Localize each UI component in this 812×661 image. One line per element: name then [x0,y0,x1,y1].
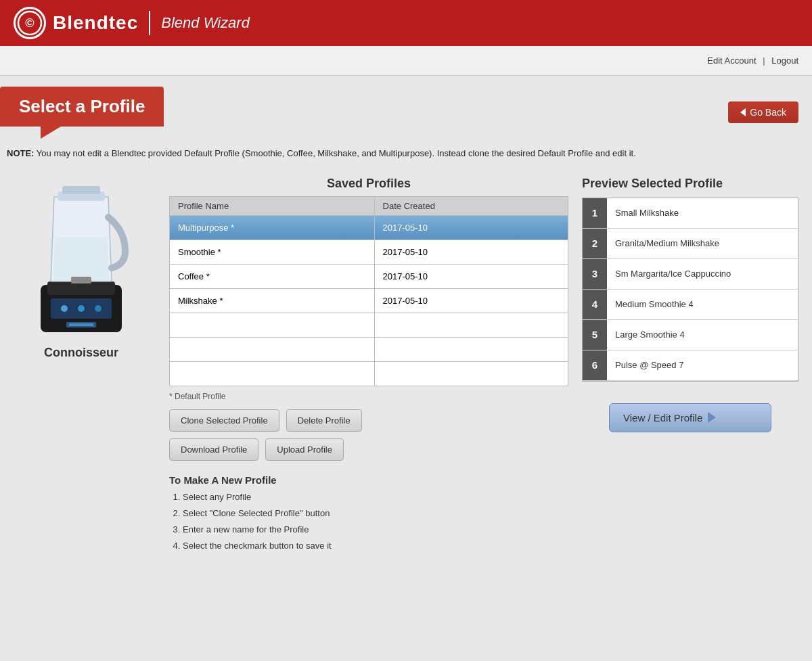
middle-column: Saved Profiles Profile Name Date Created… [169,177,568,557]
preview-item-number: 4 [583,290,607,319]
top-nav: Edit Account | Logout Go Back [0,46,812,76]
preview-item-number: 6 [583,350,607,380]
profile-name-cell: Multipurpose * [170,215,375,240]
top-nav-links: Edit Account | Logout [707,55,798,66]
preview-list-item: 2 Granita/Medium Milkshake [583,229,798,259]
preview-item-label: Small Milkshake [607,208,798,218]
preview-list-item: 4 Medium Smoothie 4 [583,290,798,320]
view-edit-profile-button[interactable]: View / Edit Profile [609,403,771,432]
preview-item-label: Medium Smoothie 4 [607,299,798,309]
logo-name: Blendtec [53,12,138,34]
empty-cell [170,313,375,337]
profile-row[interactable]: Multipurpose * 2017-05-10 [170,215,568,240]
logo-area: © Blendtec Blend Wizard [14,7,250,39]
preview-item-number: 2 [583,229,607,258]
note-text: You may not edit a Blendtec provided Def… [37,148,636,158]
empty-cell [374,313,568,337]
go-back-label: Go Back [750,107,786,118]
page-title-arrow-decoration [41,127,81,139]
content-layout: Connoisseur Saved Profiles Profile Name … [7,177,798,557]
preview-item-label: Large Smoothie 4 [607,329,798,340]
preview-list-container: 1 Small Milkshake 2 Granita/Medium Milks… [582,198,798,382]
page-title-banner: Select a Profile [0,87,164,127]
go-back-button[interactable]: Go Back [728,101,798,123]
profile-row-empty [170,337,568,361]
preview-item-label: Pulse @ Speed 7 [607,360,798,370]
instruction-step: Select the checkmark button to save it [183,540,568,552]
profile-date-cell: 2017-05-10 [374,288,568,313]
blender-model-name: Connoisseur [44,346,118,360]
instructions-list: Select any ProfileSelect "Clone Selected… [169,491,568,553]
default-profile-note: * Default Profile [169,392,568,401]
buttons-row2: Download Profile Upload Profile [169,438,568,461]
instruction-step: Select "Clone Selected Profile" button [183,507,568,520]
saved-profiles-title: Saved Profiles [169,177,568,191]
logout-link[interactable]: Logout [771,55,798,66]
profile-row-empty [170,313,568,337]
col-date-created: Date Created [374,196,568,215]
logo-divider [149,11,150,35]
instruction-step: Enter a new name for the Profile [183,524,568,536]
nav-separator: | [763,55,765,66]
preview-list-item: 3 Sm Margarita/Ice Cappuccino [583,259,798,290]
profile-date-cell: 2017-05-10 [374,264,568,288]
preview-item-label: Sm Margarita/Ice Cappuccino [607,269,798,279]
profiles-tbody: Multipurpose * 2017-05-10 Smoothie * 201… [170,215,568,386]
col-profile-name: Profile Name [170,196,375,215]
instructions-title: To Make A New Profile [169,474,568,486]
delete-profile-button[interactable]: Delete Profile [286,409,362,432]
clone-profile-button[interactable]: Clone Selected Profile [169,409,279,432]
preview-title: Preview Selected Profile [582,177,798,191]
buttons-row1: Clone Selected Profile Delete Profile [169,409,568,432]
note-section: NOTE: You may not edit a Blendtec provid… [7,147,798,160]
profile-row[interactable]: Coffee * 2017-05-10 [170,264,568,288]
preview-item-label: Granita/Medium Milkshake [607,238,798,248]
app-header: © Blendtec Blend Wizard [0,0,812,46]
preview-item-number: 3 [583,259,607,289]
profile-name-cell: Smoothie * [170,240,375,264]
preview-list: 1 Small Milkshake 2 Granita/Medium Milks… [583,198,798,381]
empty-cell [374,361,568,386]
logo-subtitle: Blend Wizard [161,14,250,32]
profile-date-cell: 2017-05-10 [374,215,568,240]
svg-point-6 [78,305,85,312]
instruction-step: Select any Profile [183,491,568,503]
note-label: NOTE: [7,148,34,158]
view-edit-arrow-icon [708,412,716,423]
svg-point-5 [61,305,68,312]
profile-date-cell: 2017-05-10 [374,240,568,264]
instructions: To Make A New Profile Select any Profile… [169,474,568,553]
svg-point-7 [95,305,102,312]
go-back-arrow-icon [740,108,746,116]
empty-cell [170,337,375,361]
profile-row[interactable]: Smoothie * 2017-05-10 [170,240,568,264]
upload-profile-button[interactable]: Upload Profile [265,438,344,461]
preview-list-item: 5 Large Smoothie 4 [583,320,798,350]
svg-text:©: © [25,16,34,30]
profile-name-cell: Coffee * [170,264,375,288]
preview-list-item: 1 Small Milkshake [583,198,798,229]
page-title-box: Select a Profile [0,87,164,127]
page-title: Select a Profile [19,96,145,116]
right-column: Preview Selected Profile 1 Small Milksha… [582,177,798,432]
svg-rect-9 [62,186,100,194]
logo-icon: © [14,7,46,39]
blender-image [14,177,149,339]
download-profile-button[interactable]: Download Profile [169,438,258,461]
preview-item-number: 1 [583,198,607,228]
empty-cell [374,337,568,361]
edit-account-link[interactable]: Edit Account [707,55,756,66]
profile-row[interactable]: Milkshake * 2017-05-10 [170,288,568,313]
preview-item-number: 5 [583,320,607,350]
svg-rect-10 [71,277,91,283]
empty-cell [170,361,375,386]
profile-row-empty [170,361,568,386]
profile-name-cell: Milkshake * [170,288,375,313]
svg-rect-12 [69,323,93,326]
main-content: NOTE: You may not edit a Blendtec provid… [0,127,812,570]
view-edit-label: View / Edit Profile [623,412,702,424]
left-column: Connoisseur [7,177,156,360]
preview-list-item: 6 Pulse @ Speed 7 [583,350,798,381]
profiles-table: Profile Name Date Created Multipurpose *… [169,196,568,386]
